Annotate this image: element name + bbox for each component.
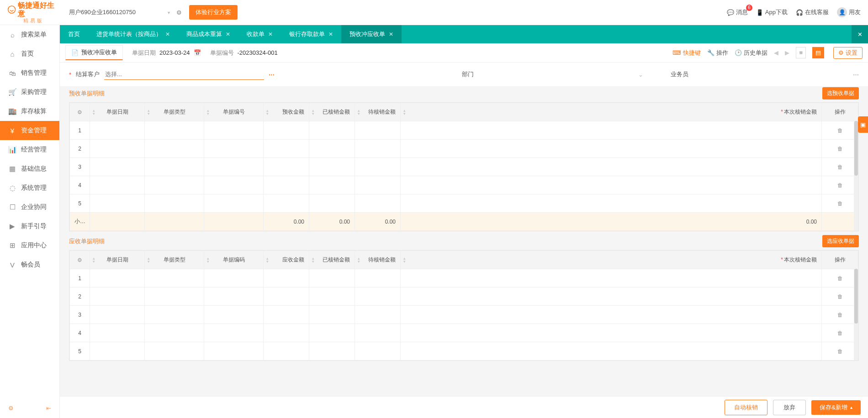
prev-record-button[interactable]: ◀: [774, 49, 778, 56]
sidebar-item-7[interactable]: ▦基础信息: [0, 159, 59, 178]
list-view-toggle[interactable]: ≡: [796, 47, 806, 58]
online-service-link[interactable]: 🎧 在线客服: [796, 8, 829, 16]
col-pending[interactable]: ▴▾待核销金额: [355, 103, 401, 121]
tab-3[interactable]: 收款单✕: [238, 25, 281, 43]
sidebar-item-2[interactable]: 🛍销售管理: [0, 63, 59, 83]
col-pending[interactable]: ▴▾待核销金额: [355, 251, 401, 269]
sidebar-item-12[interactable]: V畅会员: [0, 255, 59, 274]
table-scrollbar[interactable]: [854, 269, 858, 361]
tab-4[interactable]: 银行存取款单✕: [281, 25, 341, 43]
tab-0[interactable]: 首页: [60, 25, 88, 43]
receivable-table: ⚙ ▴▾单据日期 ▴▾单据类型 ▴▾单据编码 ▴▾应收金额 ▴▾已核销金额 ▴▾…: [69, 250, 859, 361]
tab-1[interactable]: 进货单统计表（按商品）✕: [88, 25, 178, 43]
column-config-icon[interactable]: ⚙: [77, 109, 82, 115]
operate-link[interactable]: 🔧操作: [707, 49, 728, 57]
select-receivable-button[interactable]: 选应收单据: [822, 235, 859, 247]
tab-label: 商品成本重算: [186, 30, 222, 38]
discard-button[interactable]: 放弃: [773, 400, 806, 415]
tab-close-icon[interactable]: ✕: [328, 31, 333, 37]
col-verified[interactable]: ▴▾已核销金额: [309, 251, 355, 269]
calendar-icon[interactable]: 📅: [194, 49, 201, 56]
delete-row-icon[interactable]: 🗑: [822, 306, 858, 324]
prepay-section-title: 预收单据明细: [69, 89, 105, 98]
user-menu[interactable]: 👤 用友: [837, 7, 861, 17]
sidebar-item-9[interactable]: ☐企业协同: [0, 198, 59, 217]
customer-lookup-icon[interactable]: ⋯: [269, 71, 275, 78]
sidebar-item-8[interactable]: ◌系统管理: [0, 178, 59, 198]
delete-row-icon[interactable]: 🗑: [822, 194, 858, 213]
table-row[interactable]: 4🗑: [70, 324, 858, 342]
tab-close-icon[interactable]: ✕: [226, 31, 230, 37]
messages-link[interactable]: 💬 消息 6: [727, 8, 748, 16]
sidebar-item-1[interactable]: ⌂首页: [0, 44, 59, 63]
app-download-link[interactable]: 📱 App下载: [756, 8, 788, 16]
sidebar-item-3[interactable]: 🛒采购管理: [0, 83, 59, 102]
tab-close-icon[interactable]: ✕: [389, 31, 393, 37]
table-row[interactable]: 3🗑: [70, 306, 858, 324]
col-verified[interactable]: ▴▾已核销金额: [309, 103, 355, 121]
table-row[interactable]: 1🗑: [70, 121, 858, 140]
sidebar-item-6[interactable]: 📊经营管理: [0, 140, 59, 159]
close-all-tabs-button[interactable]: ✕: [852, 25, 868, 43]
save-and-new-button[interactable]: 保存&新增▴: [811, 400, 861, 415]
delete-row-icon[interactable]: 🗑: [822, 121, 858, 140]
chevron-down-icon[interactable]: ⌄: [638, 71, 643, 78]
delete-row-icon[interactable]: 🗑: [822, 342, 858, 361]
company-settings-icon[interactable]: ⚙: [176, 9, 182, 16]
select-prepay-button[interactable]: 选预收单据: [822, 87, 859, 99]
shortcut-link[interactable]: ⌨快捷键: [672, 49, 701, 57]
delete-row-icon[interactable]: 🗑: [822, 158, 858, 176]
column-config-icon[interactable]: ⚙: [77, 257, 82, 263]
next-record-button[interactable]: ▶: [785, 49, 789, 56]
table-row[interactable]: 2🗑: [70, 140, 858, 158]
sidebar-settings-icon[interactable]: ⚙: [8, 405, 14, 412]
col-date[interactable]: ▴▾单据日期: [90, 103, 145, 121]
table-row[interactable]: 1🗑: [70, 269, 858, 287]
sidebar-item-4[interactable]: 🏬库存核算: [0, 102, 59, 121]
col-this[interactable]: ▴▾*本次核销金额: [401, 103, 822, 121]
sidebar-item-0[interactable]: ⌕搜索菜单: [0, 25, 59, 44]
table-row[interactable]: 3🗑: [70, 158, 858, 176]
tab-close-icon[interactable]: ✕: [268, 31, 273, 37]
right-drawer-toggle[interactable]: ▣: [858, 116, 868, 133]
customer-input[interactable]: [104, 69, 264, 80]
table-row[interactable]: 5🗑: [70, 342, 858, 361]
col-code[interactable]: ▴▾单据编码: [204, 251, 264, 269]
code-label: 单据编号: [210, 49, 234, 57]
clerk-lookup-icon[interactable]: ⋯: [853, 71, 859, 78]
tab-2[interactable]: 商品成本重算✕: [178, 25, 238, 43]
delete-row-icon[interactable]: 🗑: [822, 324, 858, 342]
col-this[interactable]: ▴▾*本次核销金额: [401, 251, 822, 269]
table-row[interactable]: 4🗑: [70, 176, 858, 194]
clerk-input[interactable]: [693, 69, 848, 80]
delete-row-icon[interactable]: 🗑: [822, 176, 858, 194]
col-code[interactable]: ▴▾单据编号: [204, 103, 264, 121]
history-link[interactable]: 🕑历史单据: [735, 49, 767, 57]
sidebar-collapse-icon[interactable]: ⇤: [46, 405, 51, 412]
table-scrollbar[interactable]: [854, 121, 858, 231]
tab-close-icon[interactable]: ✕: [165, 31, 170, 37]
col-type[interactable]: ▴▾单据类型: [145, 103, 204, 121]
sidebar-item-10[interactable]: ▶新手引导: [0, 217, 59, 236]
delete-row-icon[interactable]: 🗑: [822, 140, 858, 158]
document-type-chip[interactable]: 📄 预收冲应收单: [65, 45, 123, 60]
delete-row-icon[interactable]: 🗑: [822, 269, 858, 287]
date-value[interactable]: 2023-03-24: [159, 49, 190, 56]
settings-button[interactable]: ⚙设置: [833, 47, 863, 59]
table-row[interactable]: 2🗑: [70, 287, 858, 306]
col-prepay[interactable]: ▴▾预收金额: [264, 103, 309, 121]
col-type[interactable]: ▴▾单据类型: [145, 251, 204, 269]
delete-row-icon[interactable]: 🗑: [822, 287, 858, 306]
sidebar-item-11[interactable]: ⊞应用中心: [0, 236, 59, 255]
table-row[interactable]: 5🗑: [70, 194, 858, 213]
auto-verify-button[interactable]: 自动核销: [725, 400, 767, 415]
sidebar-item-5[interactable]: ¥资金管理: [0, 121, 59, 140]
col-date[interactable]: ▴▾单据日期: [90, 251, 145, 269]
detail-view-toggle[interactable]: ▤: [812, 47, 824, 58]
trial-button[interactable]: 体验行业方案: [189, 5, 238, 20]
tab-5[interactable]: 预收冲应收单✕: [341, 25, 402, 43]
row-index: 3: [70, 158, 90, 176]
dept-input[interactable]: [478, 69, 634, 80]
col-receivable[interactable]: ▴▾应收金额: [264, 251, 309, 269]
company-selector[interactable]: 用户690企业1660120750 ▾: [69, 8, 170, 16]
